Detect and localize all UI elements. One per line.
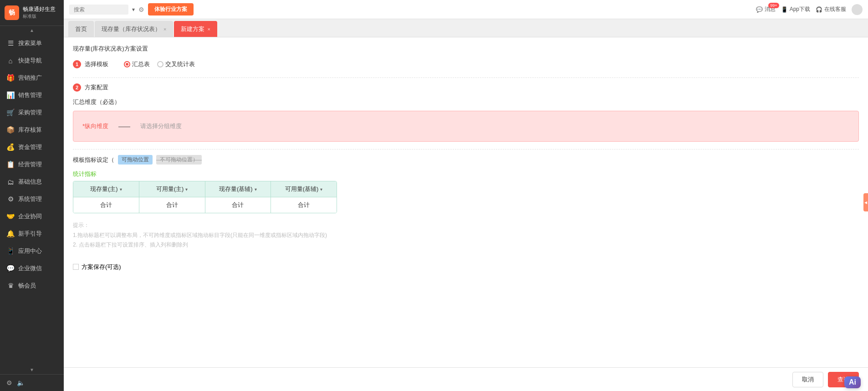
- sidebar-item-label: 基础信息: [18, 178, 42, 186]
- sidebar-item-marketing[interactable]: 🎁 营销推广: [0, 69, 64, 87]
- radio-cross-label: 交叉统计表: [165, 60, 195, 68]
- stats-header-cell-3[interactable]: 可用量(基辅) ▾: [271, 181, 337, 197]
- right-edge-btn[interactable]: ◀: [863, 193, 868, 211]
- app-edition: 标准版: [23, 13, 56, 20]
- headset-icon: 🎧: [816, 6, 822, 13]
- dimension-box[interactable]: *纵向维度 —— 请选择分组维度: [73, 111, 859, 142]
- sidebar-item-sales[interactable]: 📊 销售管理: [0, 87, 64, 104]
- settings-icon[interactable]: ⚙: [6, 379, 12, 386]
- stats-header-cell-0[interactable]: 现存量(主) ▾: [73, 181, 139, 197]
- handshake-icon: 🤝: [6, 212, 15, 221]
- tab-inventory-status[interactable]: 现存量（库存状况表） ×: [95, 21, 173, 37]
- dropdown-button[interactable]: ▾: [132, 6, 135, 13]
- sidebar-item-purchase[interactable]: 🛒 采购管理: [0, 104, 64, 121]
- sidebar-item-quick-nav[interactable]: ⌂ 快捷导航: [0, 52, 64, 69]
- sidebar-item-label: 营销推广: [18, 74, 42, 82]
- sidebar-item-member[interactable]: ♛ 畅会员: [0, 277, 64, 294]
- online-service-label: 在线客服: [824, 5, 846, 13]
- user-avatar-btn[interactable]: [852, 4, 863, 15]
- chevron-down-3-icon[interactable]: ▾: [320, 187, 322, 192]
- search-menu-icon: ☰: [6, 39, 15, 47]
- ai-badge[interactable]: Ai: [844, 376, 861, 388]
- content-area: 现存量(库存状况表)方案设置 1 选择模板 汇总表: [64, 37, 868, 367]
- sidebar-item-finance[interactable]: 💰 资金管理: [0, 139, 64, 156]
- sidebar-item-label: 经营管理: [18, 160, 42, 169]
- sidebar-item-inventory[interactable]: 📦 库存核算: [0, 121, 64, 139]
- tab-new-plan-label: 新建方案: [181, 25, 204, 33]
- topbar-gear-icon[interactable]: ⚙: [138, 6, 144, 13]
- sidebar-item-label: 快捷导航: [18, 57, 42, 65]
- stats-col-1-label: 可用量(主): [156, 185, 184, 193]
- app-logo: 畅 畅康通好生意 标准版: [0, 0, 64, 26]
- home-icon: ⌂: [6, 57, 15, 65]
- sidebar-item-label: 新手引导: [18, 230, 42, 238]
- sidebar-scroll-down[interactable]: ▼: [0, 365, 64, 374]
- dimension-dash: ——: [118, 123, 130, 130]
- section1-num: 1: [73, 60, 81, 68]
- app-download-btn[interactable]: 📱 App下载: [781, 5, 810, 13]
- stats-body-row-0: 合计 合计 合计 合计: [73, 197, 337, 213]
- sidebar: 畅 畅康通好生意 标准版 ▲ ☰ 搜索菜单 ⌂ 快捷导航 🎁 营销推广 📊 销售…: [0, 0, 64, 391]
- tips-section: 提示： 1.拖动标题栏可以调整布局，不可跨维度或指标区域拖动标目字段(只能在同一…: [73, 221, 859, 250]
- volume-icon[interactable]: 🔈: [17, 379, 25, 386]
- sidebar-item-app-center[interactable]: 📱 应用中心: [0, 242, 64, 260]
- message-btn[interactable]: 💬 消息 99+: [756, 5, 776, 13]
- sidebar-item-cooperation[interactable]: 🤝 企业协同: [0, 208, 64, 225]
- chevron-down-2-icon[interactable]: ▾: [255, 187, 257, 192]
- stats-header-cell-2[interactable]: 现存量(基辅) ▾: [205, 181, 271, 197]
- stats-header-row: 现存量(主) ▾ 可用量(主) ▾ 现存量(基辅) ▾: [73, 181, 337, 197]
- stats-cell-0-0: 合计: [73, 197, 139, 213]
- sidebar-item-newbie[interactable]: 🔔 新手引导: [0, 225, 64, 242]
- sidebar-item-label: 库存核算: [18, 126, 42, 134]
- radio-summary-inner: [126, 63, 128, 66]
- stats-col-2-label: 现存量(基辅): [219, 185, 253, 193]
- chevron-down-1-icon[interactable]: ▾: [185, 187, 188, 192]
- app-download-label: App下载: [790, 5, 810, 13]
- sidebar-item-wechat[interactable]: 💬 企业微信: [0, 260, 64, 277]
- stats-label: 统计指标: [73, 170, 859, 178]
- tab-home-label: 首页: [75, 25, 87, 33]
- sidebar-item-system[interactable]: ⚙ 系统管理: [0, 190, 64, 208]
- mobile-icon: 📱: [6, 247, 15, 255]
- cancel-button[interactable]: 取消: [792, 372, 823, 387]
- gear-icon: ⚙: [6, 195, 15, 203]
- tabbar: 首页 现存量（库存状况表） × 新建方案 ×: [64, 19, 868, 37]
- bell-icon: 🔔: [6, 230, 15, 238]
- search-input[interactable]: [69, 5, 128, 15]
- money-icon: 💰: [6, 143, 15, 151]
- sidebar-item-operations[interactable]: 📋 经营管理: [0, 156, 64, 173]
- radio-summary-label: 汇总表: [132, 60, 150, 68]
- dimension-required-label: *纵向维度: [82, 122, 108, 130]
- sidebar-item-basic-info[interactable]: 🗂 基础信息: [0, 173, 64, 190]
- footer-bar: 取消 查询: [64, 367, 868, 391]
- sidebar-item-label: 企业协同: [18, 212, 42, 221]
- stats-cell-0-1: 合计: [139, 197, 205, 213]
- stats-cell-0-3: 合计: [271, 197, 337, 213]
- section1-divider: [73, 77, 859, 78]
- radio-cross[interactable]: 交叉统计表: [157, 60, 195, 68]
- sidebar-item-label: 系统管理: [18, 195, 42, 203]
- tab-new-plan[interactable]: 新建方案 ×: [174, 21, 217, 37]
- sidebar-item-label: 畅会员: [18, 282, 36, 290]
- section-2: 2 方案配置 汇总维度（必选） *纵向维度 —— 请选择分组维度: [73, 83, 859, 250]
- section-1: 1 选择模板 汇总表 交叉统计表: [73, 60, 859, 68]
- save-checkbox[interactable]: [73, 264, 79, 270]
- template-radio-group: 汇总表 交叉统计表: [124, 60, 195, 68]
- chevron-down-0-icon[interactable]: ▾: [120, 187, 122, 192]
- tab-home[interactable]: 首页: [68, 21, 94, 37]
- radio-summary[interactable]: 汇总表: [124, 60, 150, 68]
- indicators-section: 模板指标设定（ 可拖动位置 不可拖动位置）: [73, 155, 859, 165]
- gift-icon: 🎁: [6, 74, 15, 82]
- cart-icon: 🛒: [6, 108, 15, 117]
- topbar: ▾ ⚙ 体验行业方案 💬 消息 99+ 📱 App下载 🎧 在线客服: [64, 0, 868, 19]
- section2-num: 2: [73, 83, 81, 92]
- sidebar-scroll-up[interactable]: ▲: [0, 26, 64, 35]
- online-service-btn[interactable]: 🎧 在线客服: [816, 5, 846, 13]
- trial-btn[interactable]: 体验行业方案: [148, 3, 194, 15]
- tab-new-plan-close-icon[interactable]: ×: [207, 26, 210, 32]
- stats-header-cell-1[interactable]: 可用量(主) ▾: [139, 181, 205, 197]
- tab-inventory-close-icon[interactable]: ×: [163, 26, 166, 32]
- sidebar-item-label: 搜索菜单: [18, 39, 42, 47]
- sidebar-item-search-menu[interactable]: ☰ 搜索菜单: [0, 35, 64, 52]
- sidebar-item-label: 企业微信: [18, 264, 42, 273]
